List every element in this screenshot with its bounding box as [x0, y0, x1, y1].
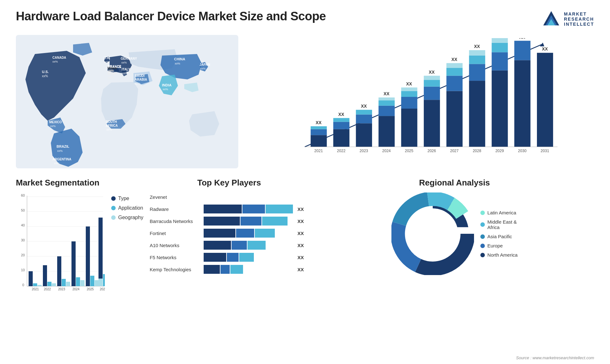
- segmentation-svg: 0 10 20 30 40 50 60: [16, 192, 105, 294]
- reg-legend-europe: Europe: [480, 243, 518, 248]
- svg-text:XX: XX: [429, 70, 435, 75]
- reg-legend-apac: Asia Pacific: [480, 234, 518, 239]
- svg-text:XX: XX: [519, 38, 525, 40]
- svg-rect-129: [71, 241, 76, 286]
- bar-seg1: [204, 205, 242, 213]
- regional-chart-area: Latin America Middle East &Africa Asia P…: [315, 192, 594, 275]
- bar-seg3: [255, 229, 275, 238]
- legend-geography: Geography: [111, 215, 143, 220]
- legend-app-dot: [111, 206, 116, 210]
- player-row-zevenet: Zevenet: [150, 192, 308, 201]
- player-row-kemp: Kemp Technologies XX: [150, 265, 308, 274]
- svg-rect-127: [66, 282, 70, 286]
- svg-rect-97: [537, 53, 553, 147]
- svg-rect-134: [90, 276, 94, 286]
- svg-rect-117: [29, 271, 33, 286]
- player-row-f5: F5 Networks XX: [150, 253, 308, 262]
- svg-rect-81: [469, 81, 485, 147]
- svg-rect-69: [424, 100, 440, 147]
- player-row-fortinet: Fortinet XX: [150, 229, 308, 238]
- svg-rect-77: [446, 68, 463, 76]
- growth-bar-chart: XX 2021 XX 2022 XX 2023: [245, 35, 594, 168]
- legend-type: Type: [111, 196, 143, 201]
- top-section: U.S. xx% CANADA xx% MEXICO xx% BRAZIL xx…: [16, 35, 594, 168]
- svg-rect-139: [98, 279, 103, 286]
- svg-text:xx%: xx%: [121, 61, 127, 64]
- svg-rect-76: [446, 76, 463, 91]
- svg-text:XX: XX: [406, 81, 412, 86]
- svg-text:2024: 2024: [382, 149, 391, 153]
- svg-text:AFRICA: AFRICA: [106, 124, 118, 127]
- bar-seg2: [232, 241, 247, 250]
- svg-text:xx%: xx%: [122, 72, 127, 75]
- svg-text:xx%: xx%: [54, 162, 59, 165]
- svg-text:xx%: xx%: [135, 82, 140, 85]
- svg-text:2030: 2030: [518, 149, 526, 153]
- svg-text:2029: 2029: [495, 149, 504, 153]
- svg-rect-138: [103, 274, 105, 286]
- svg-text:xx%: xx%: [106, 128, 112, 131]
- svg-text:2025: 2025: [87, 287, 94, 291]
- svg-text:INDIA: INDIA: [162, 83, 172, 87]
- players-list: Zevenet Radware XX Barracuda Netw: [150, 192, 308, 274]
- svg-text:CANADA: CANADA: [52, 56, 66, 59]
- player-name-fortinet: Fortinet: [150, 231, 200, 236]
- svg-text:2024: 2024: [72, 287, 80, 291]
- player-value-f5: XX: [297, 255, 308, 260]
- svg-text:2022: 2022: [337, 149, 346, 153]
- svg-text:2021: 2021: [32, 287, 39, 291]
- svg-rect-54: [356, 110, 372, 115]
- svg-rect-42: [311, 135, 327, 147]
- svg-text:U.K.: U.K.: [104, 56, 110, 60]
- svg-text:XX: XX: [361, 104, 367, 109]
- svg-rect-119: [37, 285, 42, 286]
- segmentation-title: Market Segmentation: [16, 178, 143, 188]
- svg-text:XX: XX: [383, 91, 390, 96]
- svg-rect-122: [47, 282, 51, 286]
- bar-chart-svg: XX 2021 XX 2022 XX 2023: [251, 38, 588, 156]
- svg-rect-48: [333, 122, 349, 129]
- logo-text: MARKET RESEARCH INTELLECT: [564, 11, 594, 27]
- reg-dot-latin: [480, 211, 485, 215]
- svg-text:2025: 2025: [405, 149, 413, 153]
- player-bar-kemp: [204, 265, 294, 274]
- map-svg: U.S. xx% CANADA xx% MEXICO xx% BRAZIL xx…: [16, 35, 238, 168]
- player-bar-barracuda: [204, 217, 294, 226]
- bar-seg3: [247, 241, 266, 250]
- segmentation-legend: Type Application Geography: [111, 192, 143, 220]
- source-line: Source : www.marketresearchintellect.com: [516, 355, 594, 360]
- segmentation-section: Market Segmentation 0 10 20 30 40 50 60: [16, 178, 143, 314]
- player-bar-a10: [204, 241, 294, 250]
- svg-rect-90: [492, 38, 508, 43]
- legend-application: Application: [111, 205, 143, 211]
- donut-chart: [391, 192, 474, 275]
- svg-text:xx%: xx%: [175, 62, 180, 65]
- bar-seg3: [230, 265, 243, 274]
- svg-rect-133: [86, 226, 90, 286]
- player-value-radware: XX: [297, 206, 308, 212]
- svg-rect-130: [76, 277, 80, 286]
- svg-rect-123: [52, 283, 56, 286]
- bar-seg2: [227, 253, 239, 262]
- svg-text:XX: XX: [474, 44, 480, 49]
- svg-marker-41: [540, 43, 544, 46]
- svg-rect-53: [356, 115, 372, 124]
- legend-type-dot: [111, 196, 116, 201]
- svg-rect-131: [80, 280, 85, 286]
- regional-title: Regional Analysis: [315, 178, 594, 188]
- svg-text:xx%: xx%: [163, 88, 168, 91]
- svg-rect-89: [492, 43, 508, 52]
- player-row-radware: Radware XX: [150, 205, 308, 213]
- svg-rect-65: [401, 91, 417, 97]
- bar-seg1: [204, 229, 235, 238]
- bar-seg2: [241, 217, 261, 226]
- svg-rect-94: [514, 41, 531, 60]
- player-row-a10: A10 Networks XX: [150, 241, 308, 250]
- svg-rect-126: [62, 279, 66, 286]
- svg-rect-93: [514, 60, 531, 147]
- svg-rect-75: [446, 91, 463, 147]
- bar-seg3: [266, 205, 293, 213]
- svg-text:XX: XX: [315, 120, 322, 125]
- regional-section: Regional Analysis: [315, 178, 594, 314]
- svg-text:60: 60: [21, 193, 25, 197]
